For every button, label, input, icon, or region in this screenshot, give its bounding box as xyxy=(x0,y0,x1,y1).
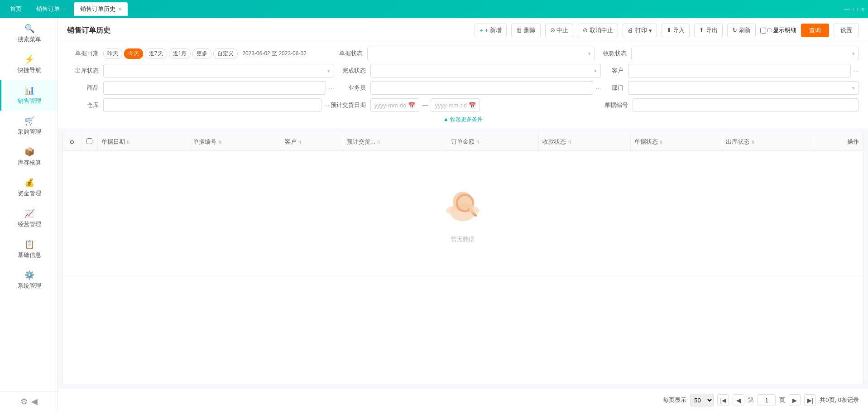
date-btn-custom[interactable]: 自定义 xyxy=(213,48,238,59)
sidebar-item-sales-mgmt[interactable]: 📊 销售管理 xyxy=(0,80,58,111)
export-button[interactable]: ⬆ 导出 xyxy=(694,24,723,37)
sidebar-item-finance-mgmt-label: 资金管理 xyxy=(18,189,41,198)
per-page-select[interactable]: 10 20 50 100 xyxy=(690,394,714,406)
order-number-control xyxy=(633,98,859,112)
filter-row-2: 出库状态 ▾ 完成状态 ▾ 客户 ··· xyxy=(67,64,859,77)
payment-status-label: 收款状态 xyxy=(595,49,631,58)
col-delivery[interactable]: 预计交货... ⇅ xyxy=(343,133,447,151)
tab-home[interactable]: 首页 xyxy=(4,2,28,16)
sidebar-item-quick-nav-label: 快捷导航 xyxy=(18,66,41,74)
customer-input[interactable] xyxy=(628,64,851,77)
sidebar-item-basic-info[interactable]: 📋 基础信息 xyxy=(0,234,58,265)
filter-row-1: 单据日期 昨天 今天 近7天 近1月 更多 自定义 2023-06-02 至 2… xyxy=(67,47,859,60)
filter-row-4: 仓库 ··· 预计交货日期 yyyy-mm-dd 📅 — yyyy-mm-dd … xyxy=(67,98,859,112)
close-window-icon[interactable]: × xyxy=(861,6,864,13)
col-customer[interactable]: 客户 ⇅ xyxy=(281,133,343,151)
tab-sales-order-history[interactable]: 销售订单历史 × xyxy=(74,2,128,16)
out-status-control: ▾ xyxy=(103,64,334,77)
filter-area: 单据日期 昨天 今天 近7天 近1月 更多 自定义 2023-06-02 至 2… xyxy=(58,42,868,128)
date-btn-1month[interactable]: 近1月 xyxy=(169,48,191,59)
setting-button[interactable]: 设置 xyxy=(834,24,859,37)
refresh-label: ↻ 刷新 xyxy=(732,26,751,34)
warehouse-input[interactable] xyxy=(103,98,321,112)
maximize-icon[interactable]: □ xyxy=(854,6,858,13)
sidebar-item-operation-mgmt-label: 经营管理 xyxy=(18,220,41,228)
out-status-select[interactable]: ▾ xyxy=(103,64,334,77)
table-settings-icon-cell[interactable]: ⚙ xyxy=(63,133,81,151)
page-title: 销售订单历史 xyxy=(67,26,110,35)
complete-status-select[interactable]: ▾ xyxy=(370,64,601,77)
col-payment-status-sort: ⇅ xyxy=(568,140,571,145)
collapse-button[interactable]: ▲ 收起更多条件 xyxy=(67,116,859,123)
sidebar-item-inventory-mgmt[interactable]: 📦 库存核算 xyxy=(0,141,58,172)
settings-bottom-icon[interactable]: ⚙ xyxy=(20,396,28,406)
date-btn-more[interactable]: 更多 xyxy=(192,48,211,59)
empty-state: 暂无数据 xyxy=(67,155,859,271)
import-button[interactable]: ⬇ 导入 xyxy=(662,24,690,37)
pagination-bar: 每页显示 10 20 50 100 |◀ ◀ 第 页 ▶ ▶| 共0页, 0条记… xyxy=(58,389,868,411)
payment-status-arrow: ▾ xyxy=(852,51,855,57)
tab-sales-order[interactable]: 销售订单 × xyxy=(30,2,72,16)
first-page-btn[interactable]: |◀ xyxy=(717,394,729,406)
sidebar-item-search-menu[interactable]: 🔍 搜索菜单 xyxy=(0,18,58,49)
salesperson-input[interactable] xyxy=(370,81,593,95)
delivery-date-from[interactable]: yyyy-mm-dd 📅 xyxy=(370,98,420,112)
warehouse-dots[interactable]: ··· xyxy=(324,102,330,109)
stop-button[interactable]: ⊘ 中止 xyxy=(545,24,574,37)
col-order-status[interactable]: 单据状态 ⇅ xyxy=(630,133,722,151)
col-number-sort: ⇅ xyxy=(218,140,222,145)
col-amount-label: 订单金额 xyxy=(451,138,475,145)
next-page-btn[interactable]: ▶ xyxy=(789,394,801,406)
import-label: ⬇ 导入 xyxy=(667,26,685,34)
customer-dots[interactable]: ··· xyxy=(854,67,859,74)
payment-status-select[interactable]: ▾ xyxy=(631,47,859,60)
product-dots[interactable]: ··· xyxy=(329,84,334,92)
delivery-date-to[interactable]: yyyy-mm-dd 📅 xyxy=(431,98,480,112)
col-date[interactable]: 单据日期 ⇅ xyxy=(97,133,189,151)
prev-page-btn[interactable]: ◀ xyxy=(733,394,744,406)
sidebar-item-finance-mgmt[interactable]: 💰 资金管理 xyxy=(0,172,58,203)
page-number-input[interactable] xyxy=(758,394,776,406)
col-date-sort: ⇅ xyxy=(126,140,130,145)
page-title-row: 销售订单历史 + + 新增 🗑 删除 ⊘ 中止 ⊘ 取消中止 xyxy=(67,24,859,37)
display-detail-checkbox[interactable] xyxy=(760,28,766,34)
table-settings-icon[interactable]: ⚙ xyxy=(69,139,75,145)
salesperson-dots[interactable]: ··· xyxy=(596,84,601,92)
collapse-sidebar-icon[interactable]: ◀ xyxy=(31,396,38,406)
sidebar-item-operation-mgmt[interactable]: 📈 经营管理 xyxy=(0,203,58,234)
col-operation-label: 操作 xyxy=(847,138,859,145)
date-btn-today[interactable]: 今天 xyxy=(124,48,143,59)
new-button[interactable]: + + 新增 xyxy=(475,24,507,37)
tab-sales-order-history-close[interactable]: × xyxy=(118,6,121,12)
tab-sales-order-close[interactable]: × xyxy=(62,6,66,12)
print-button[interactable]: 🖨 打印 ▾ xyxy=(623,24,657,37)
last-page-btn[interactable]: ▶| xyxy=(804,394,816,406)
delete-button[interactable]: 🗑 删除 xyxy=(511,24,541,37)
date-btn-7days[interactable]: 近7天 xyxy=(145,48,167,59)
minimize-icon[interactable]: — xyxy=(844,6,850,13)
order-number-input[interactable] xyxy=(633,98,859,112)
table-header-row: ⚙ 单据日期 ⇅ 单据编号 ⇅ xyxy=(63,133,863,151)
payment-status-control: ▾ xyxy=(631,47,859,60)
select-all-checkbox[interactable] xyxy=(86,138,92,144)
sidebar-item-system-mgmt[interactable]: ⚙️ 系统管理 xyxy=(0,265,58,295)
query-button[interactable]: 查询 xyxy=(801,24,829,37)
product-label: 商品 xyxy=(67,84,103,92)
col-amount-sort: ⇅ xyxy=(476,140,480,145)
col-payment-status[interactable]: 收款状态 ⇅ xyxy=(539,133,631,151)
date-btn-yesterday[interactable]: 昨天 xyxy=(103,48,122,59)
refresh-button[interactable]: ↻ 刷新 xyxy=(727,24,756,37)
export-label: ⬆ 导出 xyxy=(699,26,718,34)
col-amount[interactable]: 订单金额 ⇅ xyxy=(447,133,539,151)
col-order-status-sort: ⇅ xyxy=(659,140,663,145)
order-status-select[interactable]: ▾ xyxy=(367,47,595,60)
cancel-stop-button[interactable]: ⊘ 取消中止 xyxy=(578,24,618,37)
dept-select[interactable]: ▾ xyxy=(628,81,859,95)
window-controls: — □ × xyxy=(844,6,864,13)
empty-text: 暂无数据 xyxy=(451,235,475,243)
col-number[interactable]: 单据编号 ⇅ xyxy=(189,133,281,151)
product-input[interactable] xyxy=(103,81,326,95)
sidebar-item-quick-nav[interactable]: ⚡ 快捷导航 xyxy=(0,49,58,80)
col-out-status[interactable]: 出库状态 ⇅ xyxy=(722,133,814,151)
sidebar-item-purchase-mgmt[interactable]: 🛒 采购管理 xyxy=(0,111,58,141)
